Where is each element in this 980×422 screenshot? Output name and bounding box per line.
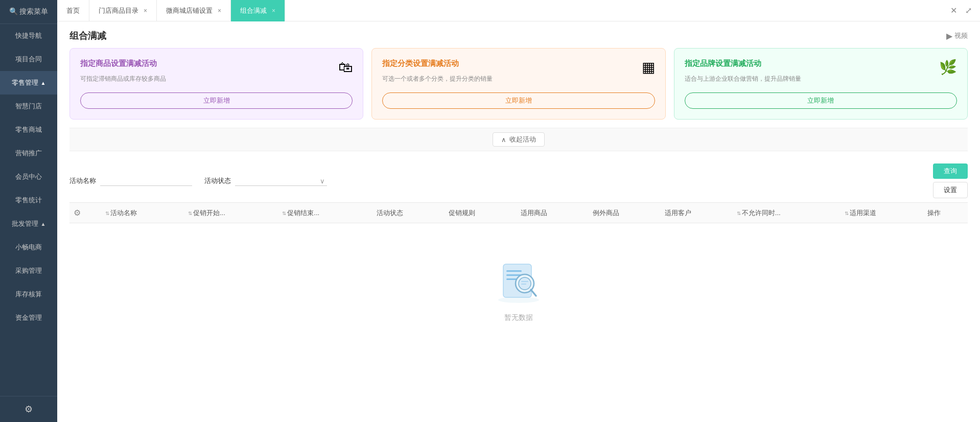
tab-close-icon[interactable]: × xyxy=(218,0,221,21)
page-content: 组合满减 ▶ 视频 🛍指定商品设置满减活动可指定滞销商品或库存较多商品立即新增▦… xyxy=(57,21,980,422)
filter-activity-status: 活动状态 ∨ xyxy=(204,176,327,186)
sort-icon: ⇅ xyxy=(105,210,109,216)
empty-state: 暂无数据 xyxy=(69,223,968,343)
sort-icon: ⇅ xyxy=(845,210,849,216)
tab-label: 门店商品目录 xyxy=(99,0,138,21)
video-label: 视频 xyxy=(954,31,968,40)
product-card-icon: 🛍 xyxy=(338,59,353,76)
th-exception-goods: 例外商品 xyxy=(589,203,661,223)
sort-icon: ⇅ xyxy=(188,210,192,216)
activity-status-label: 活动状态 xyxy=(204,176,231,185)
main-area: 首页门店商品目录 ×微商城店铺设置 ×组合满减 × ✕ ⤢ 组合满减 ▶ 视频 … xyxy=(57,0,980,422)
video-icon: ▶ xyxy=(946,31,952,41)
activity-name-label: 活动名称 xyxy=(69,176,96,185)
category-card-desc: 可选一个或者多个分类，提升分类的销量 xyxy=(382,74,655,83)
empty-text: 暂无数据 xyxy=(504,313,533,322)
tab-wechat-store[interactable]: 微商城店铺设置 × xyxy=(157,0,231,21)
th-activity-status: 活动状态 xyxy=(372,203,445,223)
brand-card-add-button[interactable]: 立即新增 xyxy=(685,92,957,109)
tab-store-catalog[interactable]: 门店商品目录 × xyxy=(89,0,157,21)
sidebar-item-project-contract[interactable]: 项目合同 xyxy=(0,48,57,71)
category-card-add-button[interactable]: 立即新增 xyxy=(382,92,655,109)
tab-home[interactable]: 首页 xyxy=(57,0,89,21)
th-promo-rule: 促销规则 xyxy=(445,203,517,223)
brand-card-desc: 适合与上游企业联合做营销，提升品牌销量 xyxy=(685,74,957,83)
sidebar-item-retail-stats[interactable]: 零售统计 xyxy=(0,189,57,212)
svg-rect-9 xyxy=(521,284,526,285)
tab-combo-discount[interactable]: 组合满减 × xyxy=(231,0,285,21)
empty-illustration xyxy=(488,254,549,305)
cards-section: 🛍指定商品设置满减活动可指定滞销商品或库存较多商品立即新增▦指定分类设置满减活动… xyxy=(57,48,980,128)
sidebar: 🔍 搜索菜单 快捷导航项目合同零售管理 ▲智慧门店零售商城营销推广会员中心零售统… xyxy=(0,0,57,422)
brand-card-title: 指定品牌设置满减活动 xyxy=(685,59,957,68)
sidebar-item-inventory[interactable]: 库存核算 xyxy=(0,283,57,306)
svg-rect-8 xyxy=(521,281,528,282)
chevron-icon: ▲ xyxy=(39,221,46,227)
th-promo-end[interactable]: ⇅促销结束... xyxy=(278,203,372,223)
product-card-desc: 可指定滞销商品或库存较多商品 xyxy=(80,74,353,83)
tab-bar-actions: ✕ ⤢ xyxy=(948,4,980,17)
product-card: 🛍指定商品设置满减活动可指定滞销商品或库存较多商品立即新增 xyxy=(69,48,363,120)
sidebar-item-xiaochang-ecom[interactable]: 小畅电商 xyxy=(0,236,57,259)
product-card-title: 指定商品设置满减活动 xyxy=(80,59,353,68)
table-section: ⚙⇅活动名称⇅促销开始...⇅促销结束...活动状态促销规则适用商品例外商品适用… xyxy=(57,202,980,343)
sidebar-item-marketing[interactable]: 营销推广 xyxy=(0,142,57,165)
activity-status-wrapper: ∨ xyxy=(235,176,327,186)
sort-icon: ⇅ xyxy=(737,210,741,216)
tab-label: 首页 xyxy=(66,0,80,21)
th-no-concurrent[interactable]: ⇅不允许同时... xyxy=(733,203,841,223)
sidebar-item-retail-mgmt[interactable]: 零售管理 ▲ xyxy=(0,71,57,95)
settings-button[interactable]: 设置 xyxy=(933,182,968,198)
svg-point-0 xyxy=(498,297,539,303)
tab-label: 微商城店铺设置 xyxy=(166,0,213,21)
th-action: 操作 xyxy=(923,203,968,223)
th-applicable-channel[interactable]: ⇅适用渠道 xyxy=(841,203,923,223)
sidebar-item-quick-nav[interactable]: 快捷导航 xyxy=(0,24,57,48)
data-table: ⚙⇅活动名称⇅促销开始...⇅促销结束...活动状态促销规则适用商品例外商品适用… xyxy=(69,202,968,343)
collapse-bar: ∧ 收起活动 xyxy=(69,128,968,151)
sidebar-item-member-center[interactable]: 会员中心 xyxy=(0,165,57,189)
settings-icon: ⚙ xyxy=(25,404,33,414)
category-card-title: 指定分类设置满减活动 xyxy=(382,59,655,68)
query-button[interactable]: 查询 xyxy=(933,163,968,179)
collapse-button[interactable]: ∧ 收起活动 xyxy=(493,132,545,147)
tab-close-icon[interactable]: × xyxy=(144,0,147,21)
category-card: ▦指定分类设置满减活动可选一个或者多个分类，提升分类的销量立即新增 xyxy=(371,48,665,120)
filter-activity-name: 活动名称 xyxy=(69,176,192,186)
sidebar-search-label: 搜索菜单 xyxy=(19,7,48,15)
expand-window-button[interactable]: ⤢ xyxy=(963,4,974,17)
search-icon: 🔍 xyxy=(9,7,18,15)
brand-card-icon: 🌿 xyxy=(939,59,957,76)
sidebar-search[interactable]: 🔍 搜索菜单 xyxy=(0,0,57,24)
th-applicable-goods: 适用商品 xyxy=(517,203,589,223)
sort-icon: ⇅ xyxy=(282,210,286,216)
page-title: 组合满减 xyxy=(69,30,106,42)
tab-bar: 首页门店商品目录 ×微商城店铺设置 ×组合满减 × ✕ ⤢ xyxy=(57,0,980,21)
sidebar-item-smart-store[interactable]: 智慧门店 xyxy=(0,95,57,118)
brand-card: 🌿指定品牌设置满减活动适合与上游企业联合做营销，提升品牌销量立即新增 xyxy=(674,48,968,120)
close-window-button[interactable]: ✕ xyxy=(948,4,959,17)
th-promo-start[interactable]: ⇅促销开始... xyxy=(184,203,278,223)
category-card-icon: ▦ xyxy=(642,59,655,76)
gear-column-icon[interactable]: ⚙ xyxy=(74,208,81,217)
sidebar-settings[interactable]: ⚙ xyxy=(0,396,57,422)
svg-rect-2 xyxy=(506,270,522,272)
th-activity-name[interactable]: ⇅活动名称 xyxy=(101,203,184,223)
sidebar-item-finance[interactable]: 资金管理 xyxy=(0,306,57,330)
video-link[interactable]: ▶ 视频 xyxy=(946,31,968,41)
sidebar-item-retail-mall[interactable]: 零售商城 xyxy=(0,118,57,142)
chevron-icon: ▲ xyxy=(39,80,46,86)
tab-label: 组合满减 xyxy=(240,0,267,21)
th-applicable-customer: 适用客户 xyxy=(661,203,733,223)
page-header: 组合满减 ▶ 视频 xyxy=(57,21,980,48)
th-gear: ⚙ xyxy=(69,203,101,223)
activity-name-input[interactable] xyxy=(100,176,192,186)
tab-close-icon[interactable]: × xyxy=(272,0,275,21)
sidebar-item-wholesale-mgmt[interactable]: 批发管理 ▲ xyxy=(0,212,57,236)
sidebar-item-purchase-mgmt[interactable]: 采购管理 xyxy=(0,259,57,283)
collapse-label: 收起活动 xyxy=(509,135,536,144)
product-card-add-button[interactable]: 立即新增 xyxy=(80,92,353,109)
collapse-icon: ∧ xyxy=(501,136,506,144)
activity-status-input[interactable] xyxy=(235,176,327,186)
filter-row: 活动名称 活动状态 ∨ 查询 设置 xyxy=(57,159,980,202)
